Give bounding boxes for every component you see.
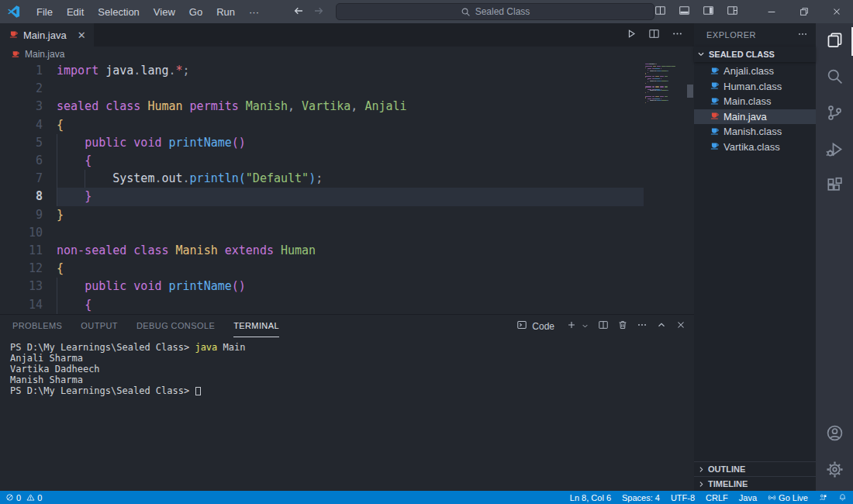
java-class-icon	[710, 65, 720, 78]
close-window-icon[interactable]	[820, 0, 853, 23]
activity-search[interactable]	[816, 60, 853, 96]
split-terminal-icon[interactable]	[598, 319, 609, 333]
menu-item-go[interactable]: Go	[182, 3, 209, 21]
toggle-sidebar-icon[interactable]	[703, 5, 714, 19]
minimap[interactable]	[644, 64, 686, 118]
status-language[interactable]: Java	[739, 493, 757, 502]
feedback-icon	[819, 493, 827, 502]
more-actions-icon[interactable]	[797, 29, 808, 41]
activity-extensions[interactable]	[816, 169, 853, 205]
section-sealed-class[interactable]: SEALED CLASS	[694, 47, 816, 62]
section-outline[interactable]: OUTLINE	[694, 461, 816, 476]
code-line[interactable]: 7 System.out.println("Default");	[0, 170, 694, 188]
panel-tab-terminal[interactable]: TERMINAL	[233, 315, 279, 337]
status-encoding[interactable]: UTF-8	[671, 493, 695, 502]
file-item-human-class[interactable]: Human.class	[694, 79, 816, 95]
close-panel-icon[interactable]	[675, 319, 686, 333]
activity-run-debug[interactable]	[816, 133, 853, 169]
line-content: sealed class Human permits Manish, Varti…	[57, 98, 407, 116]
timeline-label: TIMELINE	[708, 479, 748, 488]
maximize-panel-icon[interactable]	[656, 319, 667, 333]
kill-terminal-icon[interactable]	[617, 319, 628, 333]
search-icon	[461, 7, 471, 17]
terminal-launch-icon[interactable]	[516, 319, 527, 333]
section-timeline[interactable]: TIMELINE	[694, 476, 816, 491]
tab-close-icon[interactable]: ✕	[78, 30, 86, 40]
line-content: {	[57, 116, 64, 134]
toggle-panel-icon[interactable]	[679, 5, 690, 19]
menu-item-file[interactable]: File	[29, 3, 60, 21]
panel-tab-problems[interactable]: PROBLEMS	[12, 315, 62, 337]
panel-tab-output[interactable]: OUTPUT	[81, 315, 118, 337]
split-editor-icon[interactable]	[654, 5, 666, 19]
chevron-down-icon[interactable]	[581, 319, 589, 333]
breadcrumb[interactable]: Main.java	[0, 47, 694, 62]
java-file-icon	[9, 29, 19, 41]
code-line[interactable]: 11non-sealed class Manish extends Human	[0, 242, 694, 260]
activity-settings[interactable]	[816, 453, 853, 489]
code-line[interactable]: 12{	[0, 260, 694, 278]
run-icon[interactable]	[625, 28, 637, 43]
code-line[interactable]: 8 }	[0, 188, 694, 205]
customize-layout-icon[interactable]	[727, 5, 738, 19]
split-editor-icon[interactable]	[648, 28, 660, 43]
code-editor[interactable]: 1import java.lang.*;23sealed class Human…	[0, 62, 694, 314]
nav-back-icon[interactable]	[292, 5, 305, 19]
panel-tab-debug-console[interactable]: DEBUG CONSOLE	[136, 315, 215, 337]
code-line[interactable]: 6 {	[0, 152, 694, 170]
code-line[interactable]: 4{	[0, 116, 694, 134]
nav-forward-icon[interactable]	[313, 5, 325, 19]
activity-bar	[816, 23, 853, 491]
scrollbar-thumb[interactable]	[687, 85, 693, 98]
tab-main-java[interactable]: Main.java ✕	[0, 23, 94, 47]
editor-scrollbar[interactable]	[686, 62, 694, 314]
source-control-icon	[826, 104, 844, 125]
menu-item-[interactable]: ···	[242, 3, 266, 21]
section-label: SEALED CLASS	[709, 50, 775, 59]
status-problems[interactable]: 0 0	[5, 493, 42, 502]
activity-account[interactable]	[816, 416, 853, 453]
java-class-icon	[710, 140, 720, 153]
file-item-main-class[interactable]: Main.class	[694, 94, 816, 109]
code-line[interactable]: 9}	[0, 206, 694, 224]
code-line[interactable]: 3sealed class Human permits Manish, Vart…	[0, 98, 694, 116]
line-number: 6	[0, 152, 43, 170]
file-item-manish-class[interactable]: Manish.class	[694, 124, 816, 140]
activity-explorer[interactable]	[816, 23, 853, 60]
menu-item-edit[interactable]: Edit	[60, 3, 91, 21]
indent-guide	[57, 170, 57, 188]
activity-source-control[interactable]	[816, 96, 853, 133]
file-name: Main.java	[723, 111, 767, 123]
status-eol[interactable]: CRLF	[706, 493, 728, 502]
status-cursor-position[interactable]: Ln 8, Col 6	[570, 493, 611, 502]
terminal-cursor[interactable]	[195, 387, 201, 395]
line-number: 10	[0, 224, 43, 242]
file-item-anjali-class[interactable]: Anjali.class	[694, 64, 816, 79]
file-item-main-java[interactable]: Main.java	[694, 109, 816, 125]
code-line[interactable]: 1import java.lang.*;	[0, 62, 694, 80]
code-line[interactable]: 2	[0, 80, 694, 98]
menubar: FileEditSelectionViewGoRun···	[29, 3, 266, 21]
command-center-search[interactable]: Sealed Class	[336, 3, 654, 20]
minimize-icon[interactable]	[755, 0, 788, 23]
menu-item-run[interactable]: Run	[209, 3, 242, 21]
new-terminal-icon[interactable]	[566, 319, 577, 333]
status-indentation[interactable]: Spaces: 4	[622, 493, 660, 502]
code-line[interactable]: 13 public void printName()	[0, 278, 694, 295]
status-feedback[interactable]	[819, 493, 827, 502]
code-line[interactable]: 10	[0, 224, 694, 242]
terminal-shell-label[interactable]: Code	[532, 321, 554, 332]
status-notifications[interactable]	[838, 493, 847, 502]
menu-item-view[interactable]: View	[147, 3, 182, 21]
more-actions-icon[interactable]	[672, 28, 683, 43]
restore-window-icon[interactable]	[788, 0, 820, 23]
code-line[interactable]: 14 {	[0, 296, 694, 314]
code-line[interactable]: 5 public void printName()	[0, 134, 694, 152]
status-go-live[interactable]: Go Live	[768, 493, 808, 502]
line-content: System.out.println("Default");	[57, 170, 323, 188]
file-item-vartika-class[interactable]: Vartika.class	[694, 140, 816, 155]
terminal-output[interactable]: PS D:\My Learnings\Sealed Class> java Ma…	[0, 337, 694, 491]
menu-item-selection[interactable]: Selection	[91, 3, 146, 21]
more-actions-icon[interactable]	[637, 319, 648, 333]
extensions-icon	[826, 177, 844, 198]
